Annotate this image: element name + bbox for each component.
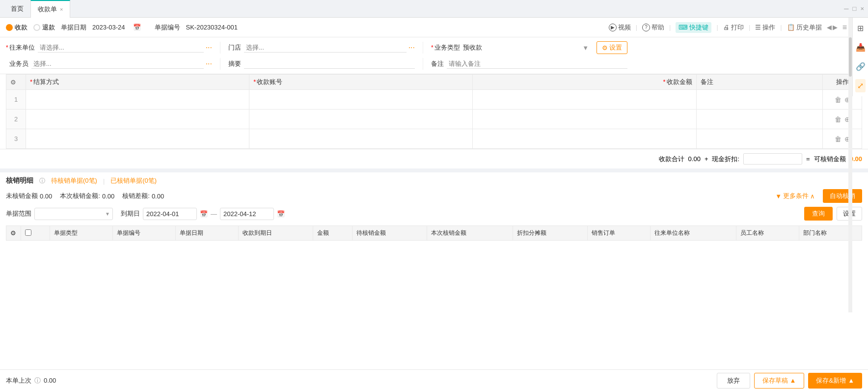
maximize-icon[interactable]: □: [853, 5, 857, 12]
row-3-note[interactable]: [696, 129, 822, 149]
settings-btn[interactable]: ⚙ 设置: [597, 41, 627, 54]
draft-btn[interactable]: 保存草稿 ▲: [754, 373, 805, 389]
summary-input[interactable]: [244, 59, 415, 69]
draft-btn-label: 保存草稿: [762, 376, 788, 385]
list-view-icon[interactable]: ≡: [842, 23, 847, 32]
filter-date-start[interactable]: [143, 208, 197, 220]
prev-icon[interactable]: ◀: [827, 24, 832, 31]
abandon-btn[interactable]: 放弃: [717, 373, 750, 389]
table-row: 3 🗑 ⊕: [6, 129, 862, 149]
date-value[interactable]: 2023-03-24: [92, 24, 125, 31]
th-date: 单据日期: [176, 226, 239, 241]
hexiao-completed-tab[interactable]: 已核销单据(0笔): [110, 176, 157, 185]
filter-date-end[interactable]: [220, 208, 274, 220]
history-btn[interactable]: 📋 历史单据: [787, 23, 822, 32]
info-icon[interactable]: ⓘ: [34, 376, 41, 385]
draft-dropdown-icon[interactable]: ▲: [790, 377, 796, 384]
radio-receipt[interactable]: 收款: [6, 23, 27, 32]
note-field: 备注: [431, 59, 627, 69]
calendar-icon[interactable]: 📅: [133, 24, 141, 31]
form-area: * 往来单位 ··· 门店 ··· * 业务类型 预收款 ▼ ⚙: [0, 37, 868, 74]
total-label: 收款合计: [659, 155, 684, 164]
th-staff: 员工名称: [736, 226, 799, 241]
store-field: 门店 ···: [228, 43, 415, 53]
staff-more-icon[interactable]: ···: [206, 60, 212, 68]
th-dept: 部门名称: [799, 226, 862, 241]
note-input[interactable]: [447, 59, 627, 69]
equals-sign: =: [806, 155, 810, 163]
row-2-amount[interactable]: [473, 110, 696, 129]
row-1-account[interactable]: [249, 90, 473, 110]
table-gear-bottom[interactable]: ⚙: [10, 229, 16, 237]
tab-active[interactable]: 收款单 ×: [30, 0, 70, 18]
row-3-account[interactable]: [249, 129, 473, 149]
row-2-settlement[interactable]: [26, 110, 249, 129]
filter-calendar-end-icon[interactable]: 📅: [277, 210, 285, 218]
print-btn[interactable]: 🖨 打印: [723, 23, 744, 32]
unchecked-stat: 未核销金额 0.00: [6, 192, 52, 200]
staff-label: 业务员: [9, 59, 28, 68]
divider-3: [220, 58, 220, 70]
hexiao-header: 核销明细 ⓘ 待核销单据(0笔) | 已核销单据(0笔): [6, 176, 862, 185]
discount-input[interactable]: [743, 153, 802, 165]
row-1-delete-icon[interactable]: 🗑: [835, 96, 841, 104]
tab-active-label: 收款单: [38, 5, 57, 14]
discount-label: 现金折扣:: [712, 155, 739, 164]
filter-range-field: 单据范围: [6, 208, 113, 220]
row-3-delete-icon[interactable]: 🗑: [835, 135, 841, 143]
biztype-dropdown-icon[interactable]: ▼: [582, 44, 589, 52]
upper-limit-label: 本单上次: [6, 376, 31, 385]
row-3-settlement[interactable]: [26, 129, 249, 149]
row-2-note[interactable]: [696, 110, 822, 129]
staff-input[interactable]: [31, 59, 204, 69]
store-input[interactable]: [244, 43, 407, 53]
partner-more-icon[interactable]: ···: [206, 44, 212, 52]
shortcut-icon: ⌨: [678, 24, 688, 31]
scrollbar-thumb[interactable]: [849, 37, 852, 77]
save-dropdown-icon[interactable]: ▲: [848, 377, 854, 384]
link-sidebar-icon[interactable]: 🔗: [854, 60, 868, 73]
shortcut-btn[interactable]: ⌨ 快捷键: [676, 22, 711, 33]
save-btn[interactable]: 保存&新增 ▲: [808, 373, 862, 389]
number-value: SK-20230324-001: [186, 24, 238, 31]
partner-input[interactable]: [38, 43, 204, 53]
radio-refund[interactable]: 退款: [33, 23, 55, 32]
select-all-checkbox[interactable]: [25, 229, 31, 236]
query-btn[interactable]: 查询: [804, 207, 833, 221]
next-icon[interactable]: ▶: [833, 24, 838, 31]
hexiao-info-icon[interactable]: ⓘ: [39, 177, 45, 185]
hexiao-pending-tab[interactable]: 待核销单据(0笔): [51, 176, 97, 185]
minimize-icon[interactable]: ─: [844, 5, 848, 12]
row-1-amount[interactable]: [473, 90, 696, 110]
history-icon: 📋: [787, 24, 795, 31]
scrollbar[interactable]: [848, 18, 852, 312]
store-more-icon[interactable]: ···: [408, 44, 415, 52]
th-partner: 往来单位名称: [650, 226, 736, 241]
date-label: 单据日期: [61, 23, 86, 32]
table-gear-icon[interactable]: ⚙: [10, 79, 16, 86]
tab-home[interactable]: 首页: [4, 0, 30, 18]
auto-hexiao-btn[interactable]: 自动核销: [823, 189, 862, 203]
diff-label: 核销差额:: [122, 192, 150, 200]
close-icon[interactable]: ×: [860, 5, 864, 12]
filter-range-select[interactable]: [34, 208, 113, 220]
inbox-sidebar-icon[interactable]: 📥: [854, 41, 868, 54]
divider-4: [423, 58, 423, 70]
row-1-settlement[interactable]: [26, 90, 249, 110]
more-conditions-btn[interactable]: ▼ 更多条件 ∧: [775, 192, 815, 200]
row-3-amount[interactable]: [473, 129, 696, 149]
row-2-account[interactable]: [249, 110, 473, 129]
help-icon: ?: [642, 24, 650, 31]
filter-calendar-start-icon[interactable]: 📅: [200, 210, 208, 218]
row-2-delete-icon[interactable]: 🗑: [835, 115, 841, 123]
tab-close-icon[interactable]: ×: [60, 6, 63, 12]
video-btn[interactable]: ▶ 视频: [609, 23, 631, 32]
expand-sidebar-icon[interactable]: ⤢: [855, 79, 866, 92]
toolbar: 收款 退款 单据日期 2023-03-24 📅 单据编号 SK-20230324…: [0, 18, 868, 37]
divider-2: [423, 42, 423, 54]
ops-btn[interactable]: ☰ 操作: [755, 23, 775, 32]
table-sidebar-icon[interactable]: ⊞: [855, 22, 866, 35]
th-type: 单据类型: [50, 226, 113, 241]
row-1-note[interactable]: [696, 90, 822, 110]
help-btn[interactable]: ? 帮助: [642, 23, 664, 32]
